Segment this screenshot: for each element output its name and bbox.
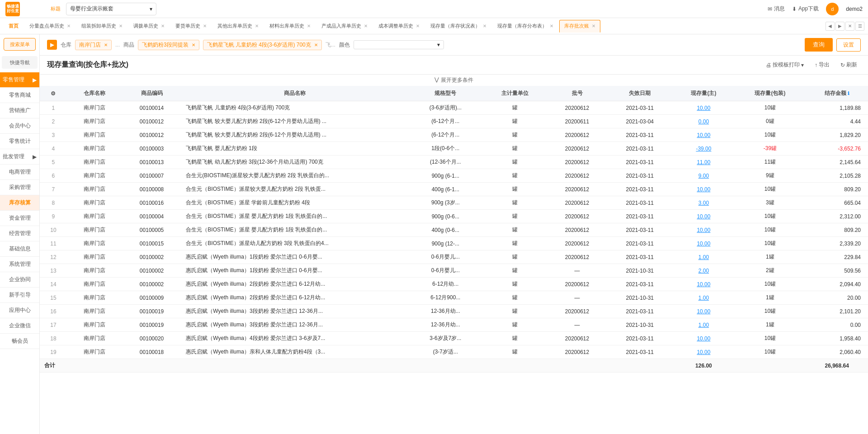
export-btn[interactable]: ↑ 导出 [811,59,833,71]
tab-home[interactable]: 首页 [4,20,24,33]
cell-qty-main[interactable]: 10.00 [673,128,734,142]
cell-qty-main[interactable]: 10.00 [673,345,734,359]
tab-stock-dist[interactable]: 现存量（库存分布表） ✕ [492,20,558,33]
tab-product-in-close[interactable]: ✕ [364,24,368,28]
tab-requisition[interactable]: 要货单历史 ✕ [170,20,212,33]
cell-qty-main[interactable]: 10.00 [673,223,734,237]
query-btn[interactable]: 查询 [805,38,833,52]
sidebar-item-new-guide[interactable]: 新手引导 [0,288,39,303]
cell-batch: — [547,291,607,305]
sidebar-item-finance[interactable]: 资金管理 [0,211,39,226]
tab-other-out-close[interactable]: ✕ [255,24,259,28]
sidebar-item-app-center[interactable]: 应用中心 [0,303,39,318]
product-more-dots[interactable]: 飞... [326,41,335,49]
cell-qty-main[interactable]: 10.00 [673,101,734,115]
message-icon: ✉ [768,6,772,12]
cell-qty-main[interactable]: -39.00 [673,142,734,156]
cell-expire: 2021-03-11 [607,142,673,156]
industry-selector[interactable]: 母婴行业演示账套 ▾ [66,3,156,15]
tab-stock-dist-close[interactable]: ✕ [550,24,553,28]
cell-amount: 2,145.64 [806,156,868,169]
warehouse-more-dots[interactable]: ... [115,42,120,48]
sidebar-item-purchase[interactable]: 采购管理 [0,180,39,195]
sidebar-item-operations[interactable]: 经营管理 [0,226,39,241]
cell-qty-main[interactable]: 10.00 [673,305,734,318]
cell-amount: -3,652.76 [806,142,868,156]
cell-qty-main[interactable]: 1.00 [673,291,734,305]
sidebar-item-retail-stats[interactable]: 零售统计 [0,134,39,149]
filter-expand-btn[interactable]: ▶ [47,40,57,50]
tab-batch-voucher[interactable]: 库存批次账 ✕ [559,20,600,33]
cell-amount: 1,829.20 [806,128,868,142]
sidebar-item-enterprise-wechat[interactable]: 企业微信 [0,318,39,334]
warehouse-tag-close[interactable]: ✕ [104,42,108,47]
tab-disassemble-close[interactable]: ✕ [119,24,123,28]
app-download-btn[interactable]: ⬇ App下载 [792,5,819,13]
cell-qty-main[interactable]: 10.00 [673,210,734,223]
cell-qty-main[interactable]: 11.00 [673,156,734,169]
sidebar-item-retail-shop[interactable]: 零售商城 [0,88,39,103]
cell-qty-main[interactable]: 0.00 [673,115,734,128]
tab-close-all-btn[interactable]: ✕ [845,22,854,31]
tab-next-btn[interactable]: ▶ [835,22,844,31]
table-row: 7 南岸门店 00100008 合生元（BIOSTIME）派星较大婴儿配方奶粉 … [40,183,868,196]
cell-qty-main[interactable]: 10.00 [673,278,734,291]
logo-subtitle: 标题 [51,6,61,12]
cell-qty-main[interactable]: 9.00 [673,169,734,183]
cell-qty-main[interactable]: 2.00 [673,264,734,278]
print-btn[interactable]: 🖨 按模板打印 ▾ [762,59,807,71]
tab-stock-status-close[interactable]: ✕ [483,24,486,28]
tab-material-out-close[interactable]: ✕ [307,24,311,28]
setting-btn[interactable]: 设置 [836,38,861,52]
cell-unit: 罐 [482,115,547,128]
tab-cost-close[interactable]: ✕ [416,24,420,28]
sidebar-item-system[interactable]: 系统管理 [0,257,39,272]
search-menu-btn[interactable]: 搜索菜单 [4,38,36,51]
tab-split-close[interactable]: ✕ [67,24,71,28]
cell-code: 00100004 [122,210,182,223]
refresh-btn[interactable]: ↻ 刷新 [837,59,861,71]
sidebar-item-member[interactable]: 畅会员 [0,334,39,349]
warehouse-tag-value: 南岸门店 [79,41,101,49]
tab-stock-status[interactable]: 现存量（库存状况表） ✕ [425,20,491,33]
product-tag-2-close[interactable]: ✕ [314,42,318,47]
quick-nav-btn[interactable]: 快捷导航 [2,56,38,69]
sidebar-item-marketing[interactable]: 营销推广 [0,103,39,118]
sidebar-item-wholesale[interactable]: 批发管理 ▶ [0,149,39,165]
cell-qty-main[interactable]: 3.00 [673,196,734,210]
tab-split-inventory[interactable]: 分量盘点单历史 ✕ [24,20,75,33]
user-avatar[interactable]: d [826,3,839,15]
cell-qty-main[interactable]: 1.00 [673,318,734,332]
sidebar-item-inventory[interactable]: 库存核算 [0,195,39,211]
tab-other-out[interactable]: 其他出库单历史 ✕ [212,20,264,33]
tab-material-out[interactable]: 材料出库单历史 ✕ [264,20,316,33]
table-wrapper[interactable]: ⚙ 仓库名称 商品编码 商品名称 规格型号 主计量单位 批号 失效日期 现存量(… [40,86,868,434]
sidebar-item-enterprise[interactable]: 企业协同 [0,272,39,288]
tab-disassemble[interactable]: 组装拆卸单历史 ✕ [76,20,127,33]
sidebar-item-basic-info[interactable]: 基础信息 [0,241,39,257]
tab-prev-btn[interactable]: ◀ [826,22,835,31]
cell-unit: 罐 [482,142,547,156]
tab-product-in-label: 产成品入库单历史 [321,23,361,29]
tab-cost-adjust[interactable]: 成本调整单历史 ✕ [373,20,425,33]
messages-btn[interactable]: ✉ 消息 [768,5,785,13]
expand-filter-btn[interactable]: ⋁ 展开更多条件 [40,75,868,86]
sidebar-item-member-center[interactable]: 会员中心 [0,118,39,134]
cell-qty-main[interactable]: 10.00 [673,183,734,196]
tab-product-in[interactable]: 产成品入库单历史 ✕ [316,20,373,33]
sidebar-item-retail-mgmt[interactable]: 零售管理 ▶ [0,72,39,88]
cell-unit: 罐 [482,169,547,183]
product-tag-1-close[interactable]: ✕ [192,42,195,47]
tab-batch-close[interactable]: ✕ [592,24,595,28]
col-settings[interactable]: ⚙ [40,86,67,101]
color-filter-dropdown[interactable]: ▾ [354,40,444,49]
cell-qty-main[interactable]: 10.00 [673,237,734,250]
sidebar-item-ecommerce[interactable]: 电商管理 [0,165,39,180]
tab-transfer-close[interactable]: ✕ [161,24,165,28]
cell-qty-main[interactable]: 10.00 [673,332,734,345]
cell-qty-main[interactable]: 1.00 [673,250,734,264]
cell-index: 6 [40,169,67,183]
tab-transfer[interactable]: 调拨单历史 ✕ [128,20,170,33]
tab-menu-btn[interactable]: ☰ [855,22,864,31]
tab-req-close[interactable]: ✕ [203,24,207,28]
